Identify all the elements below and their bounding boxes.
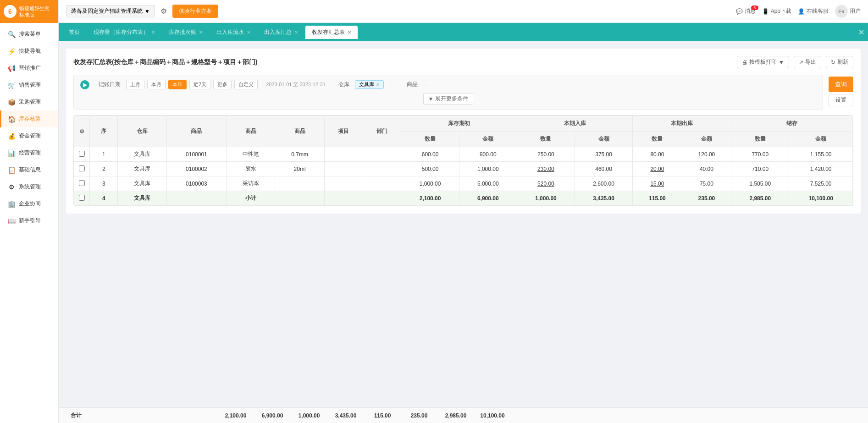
- refresh-button[interactable]: ↻ 刷新: [826, 56, 853, 68]
- tab-close-recv-send[interactable]: ✕: [348, 30, 351, 35]
- col-outbound-amt: 金额: [682, 132, 731, 147]
- sidebar-navigation: 🔍 搜索菜单 ⚡ 快捷导航 📢 营销推广 🛒 销售管理 📦 采购管理 🏠 库存核…: [0, 23, 58, 423]
- warehouse-tag-close[interactable]: ✕: [376, 82, 380, 87]
- sidebar-item-capital[interactable]: 💰 资金管理: [0, 127, 58, 144]
- table-settings-icon[interactable]: ⚙: [74, 116, 90, 147]
- row-open-qty: 1,000.00: [401, 176, 459, 191]
- row-goods-spec: [275, 176, 324, 191]
- row-project: [324, 147, 363, 162]
- sidebar-item-marketing[interactable]: 📢 营销推广: [0, 60, 58, 77]
- experience-button[interactable]: 体验行业方案: [172, 5, 218, 18]
- goods-more-btn[interactable]: ···: [423, 82, 428, 88]
- app-download-button[interactable]: 📱 App下载: [762, 7, 791, 15]
- chevron-down-icon: ▼: [144, 8, 150, 15]
- date-btn-last-month[interactable]: 上月: [126, 80, 144, 89]
- warehouse-tag: 文具库 ✕: [355, 80, 384, 89]
- row-goods-name: 中性笔: [227, 147, 275, 162]
- row-checkbox[interactable]: [74, 191, 90, 206]
- outbound-qty-link[interactable]: 115.00: [649, 195, 666, 202]
- sidebar-item-enterprise[interactable]: 🏢 企业协同: [0, 195, 58, 212]
- filter-expand-row: ▼ 展开更多条件: [80, 93, 816, 104]
- tabbar: 首页 现存量（库存分布表） ✕ 库存批次账 ✕ 出入库流水 ✕ 出入库汇总 ✕ …: [59, 23, 868, 41]
- tab-inout-flow[interactable]: 出入库流水 ✕: [210, 26, 257, 39]
- tab-recv-send-summary[interactable]: 收发存汇总表 ✕: [305, 26, 358, 39]
- row-out-qty[interactable]: 15.00: [633, 176, 682, 191]
- outbound-qty-link[interactable]: 80.00: [650, 151, 664, 158]
- row-warehouse: 文具库: [118, 191, 166, 206]
- col-header-project: 项目: [324, 116, 363, 147]
- inbound-qty-link[interactable]: 250.00: [537, 151, 554, 158]
- row-in-qty[interactable]: 520.00: [517, 176, 575, 191]
- export-button[interactable]: ↗ 导出: [794, 56, 821, 68]
- inbound-qty-link[interactable]: 520.00: [537, 181, 554, 187]
- tabbar-close-icon[interactable]: ✕: [858, 28, 864, 37]
- sidebar-item-purchase[interactable]: 📦 采购管理: [0, 93, 58, 110]
- row-checkbox[interactable]: [74, 147, 90, 162]
- tab-close-inout-flow[interactable]: ✕: [247, 30, 250, 35]
- sales-icon: 🛒: [8, 82, 15, 89]
- tab-inout-summary[interactable]: 出入库汇总 ✕: [258, 26, 304, 39]
- row-bal-amt: 7,525.00: [789, 176, 853, 191]
- sidebar-item-quick[interactable]: ⚡ 快捷导航: [0, 43, 58, 60]
- row-open-qty: 2,100.00: [401, 191, 459, 206]
- row-out-qty[interactable]: 20.00: [633, 162, 682, 176]
- data-table-wrapper: ⚙ 序 仓库 商品 商品 商品 项目 部门 库存期初 本期入库 本期出库 结存: [73, 115, 853, 206]
- setting-button[interactable]: 设置: [829, 94, 853, 106]
- inbound-qty-link[interactable]: 1,000.00: [535, 195, 557, 202]
- operation-icon: 📊: [8, 149, 15, 157]
- row-out-qty[interactable]: 115.00: [633, 191, 682, 206]
- query-button[interactable]: 查询: [829, 77, 853, 92]
- sidebar-item-system[interactable]: ⚙ 系统管理: [0, 178, 58, 195]
- row-warehouse: 文具库: [118, 162, 166, 176]
- row-goods-name: 小计: [227, 191, 275, 206]
- col-opening-amt: 金额: [459, 132, 517, 147]
- date-btn-this-year[interactable]: 本年: [168, 80, 187, 89]
- filter-row: ▶ 记账日期 上月 本月 本年 近7天 更多 自定义 2023-01-01 至 …: [80, 80, 816, 89]
- row-out-qty[interactable]: 80.00: [633, 147, 682, 162]
- row-open-amt: 900.00: [459, 147, 517, 162]
- row-in-qty[interactable]: 230.00: [517, 162, 575, 176]
- sidebar-item-sales[interactable]: 🛒 销售管理: [0, 77, 58, 93]
- row-bal-qty: 2,985.00: [731, 191, 789, 206]
- message-button[interactable]: 💬 消息 6: [736, 7, 756, 15]
- gear-icon[interactable]: ⚙: [160, 7, 167, 16]
- print-button[interactable]: 🖨 按模板打印 ▼: [737, 56, 789, 68]
- system-selector[interactable]: 装备及固定资产辅助管理系统 ▼: [66, 5, 155, 17]
- user-profile[interactable]: Ea 用户: [835, 5, 861, 18]
- sidebar-item-basic-info[interactable]: 📋 基础信息: [0, 161, 58, 178]
- date-btn-7days[interactable]: 近7天: [189, 80, 210, 89]
- warehouse-more-btn[interactable]: ···: [389, 82, 394, 88]
- row-checkbox[interactable]: [74, 176, 90, 191]
- tab-batch[interactable]: 库存批次账 ✕: [162, 26, 209, 39]
- tab-home[interactable]: 首页: [62, 26, 86, 39]
- sidebar-item-newbie[interactable]: 📖 新手引导: [0, 212, 58, 229]
- row-out-amt: 235.00: [682, 191, 731, 206]
- table-row: 1 文具库 0100001 中性笔 0.7mm 600.00 900.00 25…: [74, 147, 853, 162]
- inbound-qty-link[interactable]: 230.00: [537, 166, 554, 172]
- outbound-qty-link[interactable]: 20.00: [650, 166, 664, 172]
- filter-arrow-btn[interactable]: ▶: [80, 80, 89, 89]
- col-group-outbound: 本期出库: [633, 116, 731, 132]
- col-inbound-qty: 数量: [517, 132, 575, 147]
- col-group-balance: 结存: [731, 116, 853, 132]
- sidebar-item-inventory[interactable]: 🏠 库存核算: [0, 110, 58, 127]
- expand-more-btn[interactable]: ▼ 展开更多条件: [423, 93, 474, 104]
- date-btn-more[interactable]: 更多: [213, 80, 232, 89]
- sidebar: 6 畅捷通好生意 标准版 🔍 搜索菜单 ⚡ 快捷导航 📢 营销推广 🛒 销售管理…: [0, 0, 59, 423]
- sidebar-item-search[interactable]: 🔍 搜索菜单: [0, 26, 58, 43]
- tab-close-inventory[interactable]: ✕: [151, 30, 155, 35]
- date-btn-this-month[interactable]: 本月: [147, 80, 166, 89]
- row-in-qty[interactable]: 1,000.00: [517, 191, 575, 206]
- outbound-qty-link[interactable]: 15.00: [650, 181, 664, 187]
- tab-close-batch[interactable]: ✕: [199, 30, 203, 35]
- sidebar-logo: 6 畅捷通好生意 标准版: [0, 0, 58, 23]
- online-service-button[interactable]: 👤 在线客服: [798, 7, 829, 15]
- row-checkbox[interactable]: [74, 162, 90, 176]
- logo-icon: 6: [4, 5, 17, 18]
- tab-inventory[interactable]: 现存量（库存分布表） ✕: [87, 26, 161, 39]
- sidebar-item-operation[interactable]: 📊 经营管理: [0, 144, 58, 161]
- row-in-qty[interactable]: 250.00: [517, 147, 575, 162]
- date-btn-custom[interactable]: 自定义: [234, 80, 258, 89]
- tab-close-inout-summary[interactable]: ✕: [294, 30, 298, 35]
- row-project: [324, 176, 363, 191]
